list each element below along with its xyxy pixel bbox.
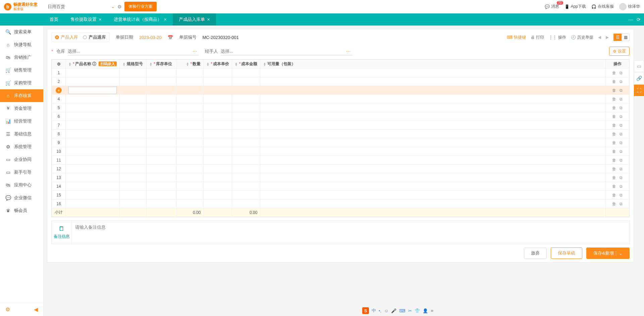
copy-icon[interactable]: ⧉ xyxy=(620,79,623,84)
copy-icon[interactable]: ⧉ xyxy=(620,140,623,145)
delete-icon[interactable]: 🗑 xyxy=(612,158,616,163)
shop-gear-icon[interactable]: ⚙ xyxy=(117,4,122,9)
ime-icon[interactable]: 👤 xyxy=(423,308,428,313)
remark-input[interactable] xyxy=(72,221,629,244)
product-name-input[interactable] xyxy=(68,87,117,94)
col-spec[interactable]: ▲▼规格型号 xyxy=(120,60,147,69)
ime-lang[interactable]: 中 xyxy=(372,308,376,314)
ime-icon[interactable]: ⌨ xyxy=(399,308,406,313)
sidebar-item-inventory[interactable]: ⌂库存核算 xyxy=(0,89,43,102)
table-row[interactable]: 8🗑⧉ xyxy=(52,130,629,138)
tab-refresh[interactable]: ⟳ xyxy=(637,17,641,22)
delete-icon[interactable]: 🗑 xyxy=(612,97,616,101)
close-icon[interactable]: ✕ xyxy=(99,17,102,22)
close-icon[interactable]: ✕ xyxy=(207,17,210,22)
sidebar-item-member[interactable]: ♛畅会员 xyxy=(0,204,43,217)
delete-icon[interactable]: 🗑 xyxy=(612,184,616,189)
view-list-icon[interactable]: ☰ xyxy=(613,34,622,41)
ime-icon[interactable]: ✂ xyxy=(408,308,412,313)
tab-purchase-stats[interactable]: 进货单统计表（按商品）✕ xyxy=(108,13,173,26)
sidebar-item-search[interactable]: 🔍搜索菜单 xyxy=(0,26,43,38)
copy-icon[interactable]: ⧉ xyxy=(620,71,623,75)
add-row-icon[interactable]: + xyxy=(56,87,62,93)
copy-icon[interactable]: ⧉ xyxy=(620,114,623,119)
sidebar-item-sales[interactable]: 🛒销售管理 xyxy=(0,64,43,77)
save-draft-button[interactable]: 保存草稿 xyxy=(551,247,582,259)
experience-button[interactable]: 体验行业方案 xyxy=(124,2,157,11)
copy-icon[interactable]: ⧉ xyxy=(620,97,623,101)
right-strip-item-3[interactable]: ⛶ xyxy=(634,85,644,96)
right-strip-item-2[interactable]: 🔗 xyxy=(634,73,644,84)
warehouse-input[interactable] xyxy=(68,47,199,55)
chevron-down-icon[interactable]: ⌄ xyxy=(616,251,623,256)
ime-icon[interactable]: ☺ xyxy=(384,308,388,313)
delete-icon[interactable]: 🗑 xyxy=(612,105,616,110)
table-row[interactable]: 9🗑⧉ xyxy=(52,138,629,147)
table-row[interactable]: 10🗑⧉ xyxy=(52,147,629,156)
delete-icon[interactable]: 🗑 xyxy=(612,88,616,93)
right-strip-item-1[interactable]: ▭ xyxy=(634,60,644,72)
sidebar-item-basic[interactable]: ☰基础信息 xyxy=(0,128,43,140)
table-row[interactable]: 15🗑⧉ xyxy=(52,191,629,199)
handler-input[interactable] xyxy=(221,47,353,55)
radio-product-out[interactable]: 产品退库 xyxy=(83,34,106,40)
table-row[interactable]: 7🗑⧉ xyxy=(52,121,629,130)
date-value[interactable]: 2023-03-20 xyxy=(139,35,162,40)
sidebar-settings-icon[interactable]: ⚙ xyxy=(5,306,10,313)
message-action[interactable]: 💬 消息 70 xyxy=(545,4,559,9)
table-row[interactable]: 2🗑⧉ xyxy=(52,77,629,86)
history-link[interactable]: 🕘 历史单据 xyxy=(571,35,593,40)
sidebar-item-enterprise[interactable]: ▭企业协同 xyxy=(0,153,43,166)
sidebar-item-system[interactable]: ⚙系统管理 xyxy=(0,140,43,153)
delete-icon[interactable]: 🗑 xyxy=(612,114,616,119)
sidebar-collapse-icon[interactable]: ◀ xyxy=(34,306,38,313)
close-icon[interactable]: ✕ xyxy=(164,17,167,22)
col-gear[interactable]: ⚙ xyxy=(52,60,66,69)
save-new-button[interactable]: 保存&新增⌄ xyxy=(586,247,630,259)
delete-icon[interactable]: 🗑 xyxy=(612,140,616,145)
copy-icon[interactable]: ⧉ xyxy=(620,132,623,136)
shop-select[interactable]: 日用百货 ⌄ xyxy=(48,4,115,10)
app-download-action[interactable]: 📱 App下载 xyxy=(565,4,586,9)
table-row[interactable]: 1🗑⧉ xyxy=(52,69,629,77)
copy-icon[interactable]: ⧉ xyxy=(620,201,623,206)
sidebar-item-business[interactable]: 📊经营管理 xyxy=(0,115,43,128)
copy-icon[interactable]: ⧉ xyxy=(620,158,623,163)
prev-arrow[interactable]: ◀ xyxy=(598,35,601,40)
ime-icon[interactable]: 👕 xyxy=(415,308,420,313)
col-product-name[interactable]: ▲▼*产品名称 ⓘ 扫码录入 xyxy=(66,60,120,69)
calendar-icon[interactable]: 📅 xyxy=(168,35,173,40)
col-available[interactable]: ▲▼可用量（包装） xyxy=(260,60,606,69)
table-row[interactable]: 13🗑⧉ xyxy=(52,173,629,182)
copy-icon[interactable]: ⧉ xyxy=(620,184,623,189)
table-row[interactable]: 6🗑⧉ xyxy=(52,112,629,121)
sidebar-item-marketing[interactable]: 🛍营销推广 xyxy=(0,51,43,64)
sidebar-item-funds[interactable]: ￥资金管理 xyxy=(0,102,43,115)
sidebar-item-purchase[interactable]: 🛒采购管理 xyxy=(0,77,43,89)
copy-icon[interactable]: ⧉ xyxy=(620,105,623,110)
table-row[interactable]: +🗑⧉ xyxy=(52,86,629,95)
sidebar-item-quicknav[interactable]: ⌂快捷导航 xyxy=(0,38,43,51)
shortcut-link[interactable]: ⌨ 快捷键 xyxy=(507,35,526,40)
table-row[interactable]: 12🗑⧉ xyxy=(52,165,629,173)
delete-icon[interactable]: 🗑 xyxy=(612,71,616,75)
col-qty[interactable]: ▲▼*数量 xyxy=(177,60,204,69)
handler-more-icon[interactable]: ⋯ xyxy=(346,49,351,54)
ime-icon[interactable]: 🎤 xyxy=(391,308,396,313)
warehouse-more-icon[interactable]: ⋯ xyxy=(193,49,197,54)
col-price[interactable]: ▲▼*成本单价 xyxy=(204,60,232,69)
table-row[interactable]: 4🗑⧉ xyxy=(52,95,629,103)
delete-icon[interactable]: 🗑 xyxy=(612,167,616,171)
sidebar-item-newbie[interactable]: ▭新手引导 xyxy=(0,166,43,179)
ime-icon[interactable]: •, xyxy=(379,308,381,313)
discard-button[interactable]: 放弃 xyxy=(524,247,547,259)
delete-icon[interactable]: 🗑 xyxy=(612,201,616,206)
col-amount[interactable]: ▲▼*成本金额 xyxy=(232,60,260,69)
delete-icon[interactable]: 🗑 xyxy=(612,175,616,180)
user-menu[interactable]: 徐泽华 xyxy=(619,3,640,10)
sidebar-item-wechat[interactable]: 💬企业微信 xyxy=(0,191,43,204)
delete-icon[interactable]: 🗑 xyxy=(612,193,616,197)
ime-icon[interactable]: ≡ xyxy=(431,308,433,313)
table-row[interactable]: 16🗑⧉ xyxy=(52,199,629,208)
tab-product-inbound[interactable]: 产成品入库单✕ xyxy=(173,13,216,26)
